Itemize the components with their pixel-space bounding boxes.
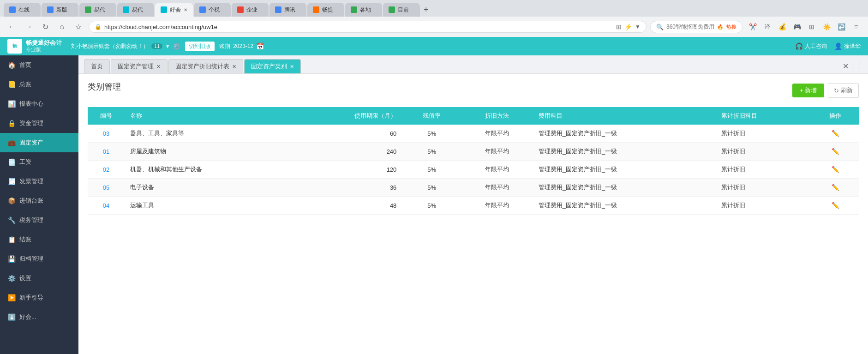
search-icon: 🔍 <box>656 24 664 30</box>
invoice-icon: 🧾 <box>7 177 16 186</box>
undo-icon[interactable]: ↩️ <box>835 20 848 33</box>
panel-maximize-button[interactable]: ⛶ <box>851 60 862 72</box>
account-selector[interactable]: 刘小艳演示账套（勿删勿动！） 11 ▼ ⚙️ <box>71 42 180 50</box>
home-button[interactable]: ⌂ <box>55 20 68 33</box>
add-button[interactable]: + 新增 <box>792 84 824 97</box>
sidebar-item-settle[interactable]: 📋 结账 <box>0 230 78 249</box>
new-tab-button[interactable]: + <box>421 5 431 15</box>
translate-icon[interactable]: 译 <box>761 20 774 33</box>
user-icon: 👤 <box>834 42 842 50</box>
sidebar-item-funds[interactable]: 🔒 资金管理 <box>0 114 78 133</box>
reload-button[interactable]: ↻ <box>39 20 52 33</box>
headset-icon: 🎧 <box>795 42 803 50</box>
game-icon[interactable]: 🎮 <box>790 20 803 33</box>
browser-tab-muqian[interactable]: 目前 <box>383 3 420 17</box>
category-table: 编号 名称 使用期限（月） 残值率 折旧方法 费用科目 累计折旧科目 操作 03… <box>88 107 859 215</box>
row4-period: 36 <box>294 179 402 197</box>
row1-method: 年限平均 <box>461 125 533 143</box>
close-depreciation-stat[interactable]: ✕ <box>232 64 236 70</box>
grid-icon[interactable]: ⊞ <box>805 20 818 33</box>
browser-tab-geshui[interactable]: 个税 <box>194 3 231 17</box>
reports-icon: 📊 <box>7 100 16 108</box>
sidebar-item-fixed-assets[interactable]: 💼 固定资产 <box>0 133 78 152</box>
sidebar-item-stock[interactable]: 📦 进销台账 <box>0 191 78 210</box>
page-tab-home[interactable]: 首页 <box>84 59 110 73</box>
row1-code[interactable]: 03 <box>103 130 109 137</box>
sidebar-item-settings[interactable]: ⚙️ 设置 <box>0 269 78 288</box>
sidebar-label-funds: 资金管理 <box>19 119 43 127</box>
sidebar-item-salary[interactable]: 🗒️ 工资 <box>0 152 78 172</box>
panel-close-button[interactable]: ✕ <box>841 60 850 72</box>
row2-code[interactable]: 01 <box>103 148 109 155</box>
row5-edit-icon[interactable]: ✏️ <box>832 202 839 209</box>
tab-label-xinban: 新版 <box>56 6 67 14</box>
row3-period: 120 <box>294 161 402 179</box>
row2-edit-icon[interactable]: ✏️ <box>832 148 839 155</box>
forward-button[interactable]: → <box>22 20 35 33</box>
sidebar-label-settings: 设置 <box>19 274 31 282</box>
browser-tab-qiye[interactable]: 企业 <box>232 3 269 17</box>
browser-toolbar: ← → ↻ ⌂ ☆ 🔒 https://cloud.chanjet.com/ac… <box>0 17 868 37</box>
table-row: 03 器具、工具、家具等 60 5% 年限平均 管理费用_固定资产折旧_一级 累… <box>88 125 859 143</box>
settings-icon[interactable]: ⚙️ <box>173 42 180 50</box>
row3-code[interactable]: 02 <box>103 166 109 173</box>
dropdown-icon[interactable]: ▼ <box>635 24 641 30</box>
tab-icon-geshui <box>199 6 206 13</box>
account-dropdown-icon[interactable]: ▼ <box>165 44 170 49</box>
sidebar-item-tax[interactable]: 🔧 税务管理 <box>0 210 78 230</box>
browser-tab-tengxun[interactable]: 腾讯 <box>269 3 306 17</box>
switch-version-button[interactable]: 切到旧版 <box>185 42 215 51</box>
close-fixed-category[interactable]: ✕ <box>290 64 294 70</box>
row1-edit-icon[interactable]: ✏️ <box>832 130 839 137</box>
user-area[interactable]: 👤 徐泽华 <box>834 42 861 50</box>
sidebar-item-reports[interactable]: 📊 报表中心 <box>0 94 78 114</box>
sidebar-item-invoice[interactable]: 🧾 发票管理 <box>0 172 78 191</box>
browser-tab-zaix[interactable]: 在线 <box>4 3 41 17</box>
tab-icon-yidai2 <box>123 6 129 13</box>
sidebar-item-guide[interactable]: ▶️ 新手引导 <box>0 288 78 307</box>
search-area[interactable]: 🔍 360智能抠图免费用 🔥 热搜 <box>650 21 742 33</box>
row5-code[interactable]: 04 <box>103 202 109 209</box>
archive-icon: 💾 <box>7 255 16 263</box>
browser-tab-gedi[interactable]: 各地 <box>345 3 382 17</box>
scissors-icon[interactable]: ✂️ <box>746 20 759 33</box>
row4-edit-icon[interactable]: ✏️ <box>832 184 839 191</box>
back-button[interactable]: ← <box>6 20 18 33</box>
col-header-code: 编号 <box>88 107 125 125</box>
bookmark-button[interactable]: ☆ <box>72 20 85 33</box>
page-tab-fixed-category[interactable]: 固定资产类别 ✕ <box>244 59 301 73</box>
close-fixed-mgmt[interactable]: ✕ <box>156 64 161 70</box>
sidebar-label-home: 首页 <box>19 61 31 69</box>
tab-label-qiye: 企业 <box>246 6 257 14</box>
menu-icon[interactable]: ≡ <box>850 20 862 33</box>
page-tab-fixed-mgmt[interactable]: 固定资产管理 ✕ <box>111 59 168 73</box>
browser-tab-changti[interactable]: 畅提 <box>307 3 344 17</box>
sidebar-item-archive[interactable]: 💾 归档管理 <box>0 249 78 269</box>
address-text: https://cloud.chanjet.com/accounting/uw1… <box>104 24 613 30</box>
sidebar-item-ledger[interactable]: 📒 总账 <box>0 75 78 94</box>
row4-code[interactable]: 05 <box>103 184 109 191</box>
row3-edit-icon[interactable]: ✏️ <box>832 166 839 173</box>
tab-label-muqian: 目前 <box>398 6 409 14</box>
sidebar-item-home[interactable]: 🏠 首页 <box>0 55 78 75</box>
tab-icon-changti <box>313 6 319 13</box>
browser-chrome: 在线 新版 易代 易代 好会 ✕ 个税 企业 腾讯 <box>0 0 868 37</box>
sidebar: 🏠 首页 📒 总账 📊 报表中心 🔒 资金管理 💼 固定资产 🗒️ 工资 🧾 发… <box>0 55 78 354</box>
account-name: 刘小艳演示账套（勿删勿动！） <box>71 42 149 50</box>
page-tab-depreciation-stat[interactable]: 固定资产折旧统计表 ✕ <box>168 59 243 73</box>
consultant-area[interactable]: 🎧 人工咨询 <box>795 42 827 50</box>
col-header-method: 折旧方法 <box>461 107 533 125</box>
address-bar[interactable]: 🔒 https://cloud.chanjet.com/accounting/u… <box>89 21 647 33</box>
sidebar-label-guide: 新手引导 <box>19 294 43 302</box>
brightness-icon[interactable]: ☀️ <box>820 20 833 33</box>
page-tab-home-label: 首页 <box>91 62 103 71</box>
browser-tab-yidai1[interactable]: 易代 <box>79 3 116 17</box>
browser-tab-yidai2[interactable]: 易代 <box>117 3 154 17</box>
tab-close-haohui[interactable]: ✕ <box>184 7 187 12</box>
refresh-button[interactable]: ↻ 刷新 <box>828 83 859 98</box>
browser-tab-haohui[interactable]: 好会 ✕ <box>155 3 193 17</box>
browser-tab-xinban[interactable]: 新版 <box>42 3 78 17</box>
calendar-icon[interactable]: 📅 <box>256 42 264 50</box>
currency-icon[interactable]: 💰 <box>776 20 789 33</box>
sidebar-item-more[interactable]: ⬇️ 好会... <box>0 307 78 327</box>
